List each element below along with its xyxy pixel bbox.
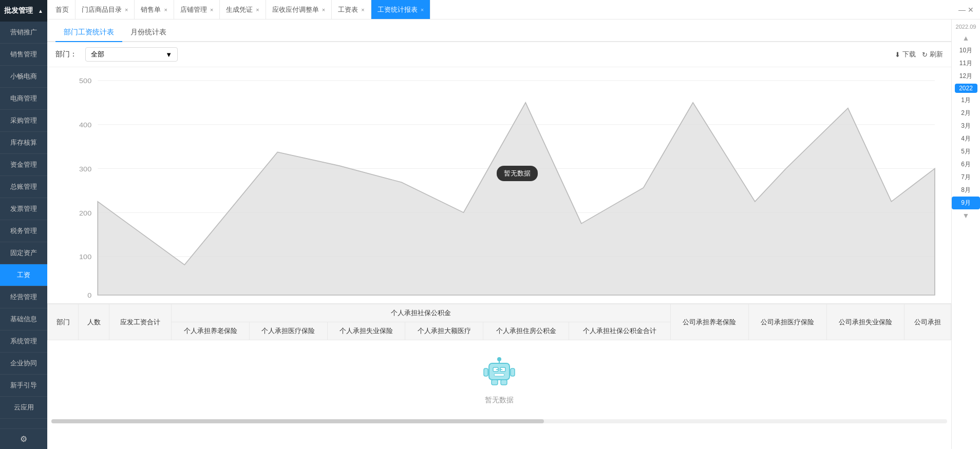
download-button[interactable]: ⬇ 下载: [895, 50, 916, 59]
tab-工资表[interactable]: 工资表×: [332, 0, 371, 19]
tab-close-icon[interactable]: ×: [361, 7, 364, 13]
tab-首页[interactable]: 首页: [49, 0, 76, 19]
empty-label: 暂无数据: [485, 396, 514, 405]
sidebar-item-经营管理[interactable]: 经营管理: [0, 286, 47, 308]
tab-bar-controls: — ✕: [954, 6, 978, 14]
close-all-button[interactable]: ✕: [968, 6, 974, 14]
tab-label: 门店商品目录: [82, 5, 122, 14]
svg-rect-21: [492, 380, 498, 385]
scrollbar-thumb[interactable]: [51, 419, 544, 423]
tab-label: 销售单: [141, 5, 161, 14]
chart-no-data-tooltip: 暂无数据: [497, 166, 538, 181]
sidebar-item-资金管理[interactable]: 资金管理: [0, 154, 47, 176]
tab-label: 店铺管理: [180, 5, 207, 14]
download-label: 下载: [902, 50, 916, 59]
page: 部门工资统计表月份统计表 部门： 全部 ▼ ⬇ 下载 ↻ 刷新: [47, 19, 951, 449]
col-total-wage: 应发工资合计: [109, 304, 172, 340]
time-down-arrow[interactable]: ▼: [960, 209, 972, 222]
sidebar-item-新手引导[interactable]: 新手引导: [0, 375, 47, 397]
tab-应收应付调整单[interactable]: 应收应付调整单×: [266, 0, 332, 19]
sidebar-item-销售管理[interactable]: 销售管理: [0, 44, 47, 66]
month-3月[interactable]: 3月: [952, 120, 980, 132]
tab-生成凭证[interactable]: 生成凭证×: [220, 0, 266, 19]
month-7月[interactable]: 7月: [952, 171, 980, 184]
scrollbar-container: [47, 415, 951, 427]
svg-text:200: 200: [79, 209, 92, 217]
time-up-arrow[interactable]: ▲: [960, 32, 972, 44]
sidebar-item-基础信息[interactable]: 基础信息: [0, 308, 47, 330]
tab-label: 生成凭证: [226, 5, 253, 14]
tab-close-icon[interactable]: ×: [125, 7, 128, 13]
tab-label: 工资表: [338, 5, 358, 14]
data-table: 部门 人数 应发工资合计 个人承担社保公积金 公司承担养老保险 公司承担医疗保险…: [47, 304, 951, 340]
sidebar-item-税务管理[interactable]: 税务管理: [0, 220, 47, 242]
svg-text:100: 100: [79, 253, 92, 261]
sidebar-item-库存核算[interactable]: 库存核算: [0, 132, 47, 154]
refresh-button[interactable]: ↻ 刷新: [922, 50, 943, 59]
tab-销售单[interactable]: 销售单×: [135, 0, 174, 19]
tab-close-icon[interactable]: ×: [322, 7, 325, 13]
col-personal-large-medical: 个人承担大额医疗: [405, 322, 483, 340]
month-8月[interactable]: 8月: [952, 184, 980, 197]
subtab-月份统计表[interactable]: 月份统计表: [122, 24, 175, 42]
month-1月[interactable]: 1月: [952, 94, 980, 107]
month-5月[interactable]: 5月: [952, 145, 980, 158]
svg-text:400: 400: [79, 122, 92, 129]
tab-close-icon[interactable]: ×: [210, 7, 213, 13]
time-items: 10月11月12月20221月2月3月4月5月6月7月8月9月: [952, 44, 980, 209]
svg-text:500: 500: [79, 77, 92, 85]
tab-店铺管理[interactable]: 店铺管理×: [174, 0, 220, 19]
minimize-button[interactable]: —: [958, 6, 966, 14]
svg-text:300: 300: [79, 166, 92, 173]
table-area[interactable]: 部门 人数 应发工资合计 个人承担社保公积金 公司承担养老保险 公司承担医疗保险…: [47, 303, 951, 427]
col-personal-social-group: 个人承担社保公积金: [172, 304, 671, 322]
col-headcount: 人数: [79, 304, 109, 340]
month-12月[interactable]: 12月: [952, 70, 980, 83]
col-personal-total: 个人承担社保公积金合计: [569, 322, 671, 340]
col-personal-housing: 个人承担住房公积金: [483, 322, 569, 340]
sidebar-item-小畅电商[interactable]: 小畅电商: [0, 66, 47, 88]
toolbar-right: ⬇ 下载 ↻ 刷新: [895, 50, 943, 59]
month-11月[interactable]: 11月: [952, 57, 980, 70]
svg-rect-19: [484, 368, 488, 376]
col-company-medical: 公司承担医疗保险: [748, 304, 826, 340]
tab-工资统计报表[interactable]: 工资统计报表×: [371, 0, 430, 19]
col-dept: 部门: [48, 304, 79, 340]
month-2月[interactable]: 2月: [952, 107, 980, 120]
tab-close-icon[interactable]: ×: [164, 7, 167, 13]
time-panel: 2022.09 ▲ 10月11月12月20221月2月3月4月5月6月7月8月9…: [951, 19, 980, 449]
sidebar-item-系统管理[interactable]: 系统管理: [0, 330, 47, 353]
sidebar-item-固定资产[interactable]: 固定资产: [0, 242, 47, 264]
sidebar-item-营销推广[interactable]: 营销推广: [0, 22, 47, 44]
sidebar-item-云应用[interactable]: 云应用: [0, 397, 47, 419]
svg-marker-12: [98, 103, 935, 295]
tab-close-icon[interactable]: ×: [421, 7, 424, 13]
dept-label: 部门：: [55, 50, 77, 59]
col-personal-pension: 个人承担养老保险: [172, 322, 250, 340]
svg-rect-22: [501, 380, 507, 385]
month-10月[interactable]: 10月: [952, 44, 980, 57]
sidebar-item-电商管理[interactable]: 电商管理: [0, 88, 47, 110]
year-badge-2022[interactable]: 2022: [955, 84, 977, 93]
settings-icon[interactable]: ⚙: [20, 434, 27, 444]
tab-close-icon[interactable]: ×: [256, 7, 259, 13]
month-9月[interactable]: 9月: [952, 197, 980, 209]
sidebar-item-企业协同[interactable]: 企业协同: [0, 353, 47, 375]
month-6月[interactable]: 6月: [952, 158, 980, 171]
subtab-部门工资统计表[interactable]: 部门工资统计表: [55, 24, 122, 42]
month-4月[interactable]: 4月: [952, 132, 980, 145]
tab-门店商品目录[interactable]: 门店商品目录×: [76, 0, 135, 19]
dept-select[interactable]: 全部 ▼: [85, 47, 178, 62]
sidebar-item-采购管理[interactable]: 采购管理: [0, 110, 47, 132]
sidebar-bottom: ⚙: [0, 428, 47, 449]
empty-state: 暂无数据: [47, 340, 951, 415]
chart-area: 500 400 300 200 100 0 暂无数据: [47, 67, 951, 303]
horizontal-scrollbar[interactable]: [51, 419, 947, 423]
sidebar-header[interactable]: 批发管理 ▲: [0, 0, 47, 22]
sidebar-item-工资[interactable]: 工资: [0, 264, 47, 286]
sidebar-title: 批发管理: [4, 6, 33, 15]
sidebar-item-总账管理[interactable]: 总账管理: [0, 176, 47, 198]
sidebar-item-发票管理[interactable]: 发票管理: [0, 198, 47, 220]
current-date-display: 2022.09: [955, 22, 977, 32]
tab-bar: 首页门店商品目录×销售单×店铺管理×生成凭证×应收应付调整单×工资表×工资统计报…: [47, 0, 980, 19]
